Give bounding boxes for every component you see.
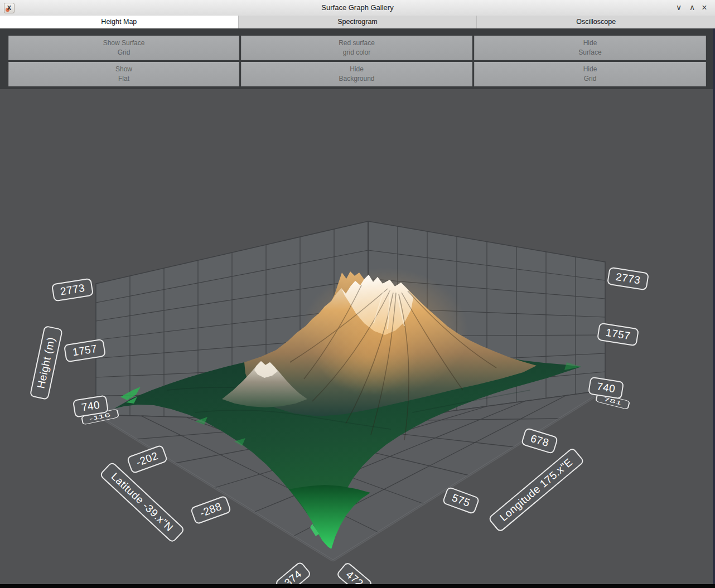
button-label-line2: Surface	[475, 48, 706, 57]
button-label-line2: Background	[241, 74, 472, 84]
toolbar: Show Surface Grid Red surface grid color…	[0, 28, 715, 89]
show-flat-button[interactable]: Show Flat	[8, 62, 239, 86]
button-label-line1: Hide	[475, 38, 706, 48]
tab-oscilloscope[interactable]: Oscilloscope	[476, 16, 715, 28]
button-label-line1: Hide	[475, 65, 706, 74]
right-edge-strip	[713, 28, 715, 584]
window-title: Surface Graph Gallery	[0, 0, 715, 16]
tab-bar: Height Map Spectrogram Oscilloscope	[0, 16, 715, 28]
surface-chart-area: 2773 Height (m) 1757 -116 740 -202 Latit…	[0, 89, 715, 584]
minimize-button[interactable]: ∨	[673, 0, 685, 16]
red-surface-grid-color-button[interactable]: Red surface grid color	[241, 36, 472, 60]
bottom-edge-bar	[0, 584, 715, 588]
tab-height-map[interactable]: Height Map	[0, 16, 238, 28]
app-icon-letter: X	[7, 4, 11, 11]
button-label-line1: Red surface	[241, 38, 472, 48]
hide-surface-button[interactable]: Hide Surface	[474, 36, 706, 60]
hide-background-button[interactable]: Hide Background	[241, 62, 472, 86]
show-surface-grid-button[interactable]: Show Surface Grid	[8, 36, 239, 60]
title-bar: X Surface Graph Gallery ∨ ∧ ×	[0, 0, 715, 16]
button-label-line2: Grid	[9, 48, 239, 57]
button-label-line1: Show	[9, 65, 239, 74]
button-label-line1: Show Surface	[9, 38, 239, 48]
hide-grid-button[interactable]: Hide Grid	[474, 62, 706, 86]
button-label-line2: Grid	[475, 74, 706, 84]
tab-spectrogram[interactable]: Spectrogram	[238, 16, 477, 28]
maximize-button[interactable]: ∧	[686, 0, 698, 16]
button-label-line2: Flat	[9, 74, 239, 84]
button-label-line1: Hide	[241, 65, 472, 74]
button-label-line2: grid color	[241, 48, 472, 57]
close-button[interactable]: ×	[698, 0, 711, 16]
